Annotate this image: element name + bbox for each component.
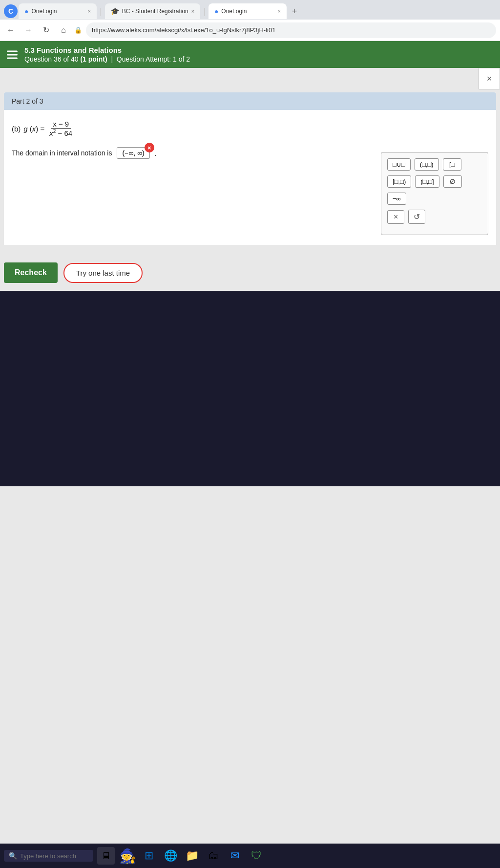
- tab-1-label: OneLogin: [31, 8, 57, 15]
- question-number: Question 36 of 40: [24, 55, 79, 63]
- question-body: (b) g (x) = x − 9 x2 − 64 The domain in …: [4, 110, 496, 245]
- error-icon: ×: [145, 143, 154, 152]
- taskbar-avatar-icon[interactable]: 🧙: [119, 847, 136, 865]
- taskbar: 🔍 🖥 🧙 ⊞ 🌐 📁 🗂 ✉ 🛡: [0, 844, 500, 868]
- tab-1-close-icon[interactable]: ×: [88, 8, 91, 14]
- browser-icon: ⊞: [145, 849, 153, 862]
- tab-divider-2: |: [201, 6, 208, 17]
- folder-icon: 📁: [186, 849, 199, 862]
- taskbar-apps-icon[interactable]: 🗂: [205, 847, 222, 865]
- fraction-denominator: x2 − 64: [47, 129, 74, 137]
- try-last-time-button[interactable]: Try one last time: [63, 263, 143, 283]
- kbd-closed-open-bracket-btn[interactable]: [□: [443, 158, 461, 171]
- answer-value: (−∞, ∞): [122, 149, 144, 157]
- forward-button[interactable]: →: [21, 23, 35, 37]
- function-name: g (x) =: [23, 125, 44, 133]
- part-header: Part 2 of 3: [4, 92, 496, 110]
- fraction-expression: x − 9 x2 − 64: [47, 120, 74, 137]
- desktop-icon: 🖥: [101, 850, 111, 862]
- home-button[interactable]: ⌂: [57, 23, 70, 37]
- tab-3[interactable]: ● OneLogin ×: [208, 3, 287, 19]
- search-icon: 🔍: [9, 852, 17, 860]
- avatar-icon: 🧙: [119, 848, 136, 864]
- tab-1-icon: ●: [24, 7, 28, 15]
- kbd-row-1: □∪□ (□,□) [□: [387, 158, 482, 171]
- question-info: Question 36 of 40 (1 point) | Question A…: [24, 55, 492, 63]
- taskbar-mail-icon[interactable]: ✉: [226, 847, 244, 865]
- taskbar-desktop-icon[interactable]: 🖥: [97, 847, 115, 865]
- browser-logo-icon: C: [4, 4, 18, 18]
- period-after-answer: .: [155, 147, 157, 158]
- hamburger-line-1: [7, 50, 18, 52]
- hamburger-menu[interactable]: [7, 50, 18, 59]
- tab-2[interactable]: 🎓 BC - Student Registration ×: [105, 3, 201, 19]
- new-tab-button[interactable]: +: [288, 4, 301, 18]
- domain-row: The domain in interval notation is (−∞, …: [12, 147, 488, 235]
- edge-icon: 🌐: [164, 849, 177, 862]
- browser-chrome: C ● OneLogin × | 🎓 BC - Student Registra…: [0, 0, 500, 41]
- function-definition: (b) g (x) = x − 9 x2 − 64: [12, 120, 488, 137]
- tab-3-close-icon[interactable]: ×: [277, 8, 280, 14]
- address-input[interactable]: [86, 22, 496, 38]
- taskbar-folder-icon[interactable]: 📁: [183, 847, 201, 865]
- address-bar: ← → ↻ ⌂ 🔒: [0, 20, 500, 41]
- kbd-union-btn[interactable]: □∪□: [387, 158, 411, 171]
- shield-icon: 🛡: [251, 849, 262, 862]
- question-attempt: Question Attempt: 1 of 2: [117, 55, 190, 63]
- kbd-clear-btn[interactable]: ×: [387, 210, 404, 224]
- kbd-undo-btn[interactable]: ↺: [408, 210, 425, 224]
- tab-2-close-icon[interactable]: ×: [191, 8, 194, 14]
- tab-3-icon: ●: [214, 7, 218, 15]
- taskbar-shield-icon[interactable]: 🛡: [248, 847, 265, 865]
- apps-icon: 🗂: [208, 849, 219, 862]
- keyboard-panel: □∪□ (□,□) [□ [□,□) (□,□] ∅ −∞: [381, 152, 488, 235]
- reload-button[interactable]: ↻: [39, 23, 53, 37]
- bottom-buttons: Recheck Try one last time: [0, 255, 500, 291]
- hamburger-line-2: [7, 54, 18, 55]
- fraction-numerator: x − 9: [51, 120, 71, 129]
- page-content: 5.3 Functions and Relations Question 36 …: [0, 41, 500, 844]
- dark-overlay: [0, 291, 500, 486]
- kbd-neg-infinity-btn[interactable]: −∞: [387, 193, 406, 205]
- aleks-header: 5.3 Functions and Relations Question 36 …: [0, 41, 500, 68]
- domain-prefix: The domain in interval notation is: [12, 147, 112, 157]
- back-button[interactable]: ←: [4, 23, 18, 37]
- main-area: × Part 2 of 3 (b) g (x) = x − 9 x2 − 64: [0, 68, 500, 291]
- tab-2-icon: 🎓: [111, 7, 119, 15]
- taskbar-browser-icon[interactable]: ⊞: [140, 847, 158, 865]
- kbd-row-3: −∞: [387, 193, 482, 205]
- kbd-open-closed-interval-btn[interactable]: (□,□]: [415, 175, 439, 188]
- kbd-row-2: [□,□) (□,□] ∅: [387, 175, 482, 188]
- tab-1[interactable]: ● OneLogin ×: [19, 3, 97, 19]
- question-points: (1 point): [80, 55, 107, 63]
- tab-divider-1: |: [98, 6, 104, 17]
- tab-3-label: OneLogin: [221, 8, 247, 15]
- question-card: Part 2 of 3 (b) g (x) = x − 9 x2 − 64: [4, 92, 496, 245]
- tab-2-label: BC - Student Registration: [122, 8, 188, 15]
- hamburger-line-3: [7, 57, 18, 59]
- taskbar-search[interactable]: 🔍: [4, 850, 93, 862]
- lock-icon: 🔒: [74, 26, 82, 34]
- kbd-closed-open-interval-btn[interactable]: [□,□): [387, 175, 411, 188]
- recheck-button[interactable]: Recheck: [4, 262, 58, 283]
- mail-icon: ✉: [230, 849, 239, 862]
- part-label: Part 2 of 3: [12, 97, 43, 105]
- kbd-row-4: × ↺: [387, 210, 482, 224]
- part-b-label: (b): [12, 125, 21, 133]
- kbd-empty-set-btn[interactable]: ∅: [443, 175, 462, 188]
- taskbar-search-input[interactable]: [20, 852, 88, 860]
- kbd-open-interval-btn[interactable]: (□,□): [415, 158, 439, 171]
- taskbar-edge-icon[interactable]: 🌐: [162, 847, 179, 865]
- close-button-top[interactable]: ×: [479, 68, 500, 89]
- tab-bar: C ● OneLogin × | 🎓 BC - Student Registra…: [0, 0, 500, 20]
- answer-box[interactable]: (−∞, ∞) ×: [117, 147, 149, 159]
- section-title: 5.3 Functions and Relations: [24, 46, 492, 54]
